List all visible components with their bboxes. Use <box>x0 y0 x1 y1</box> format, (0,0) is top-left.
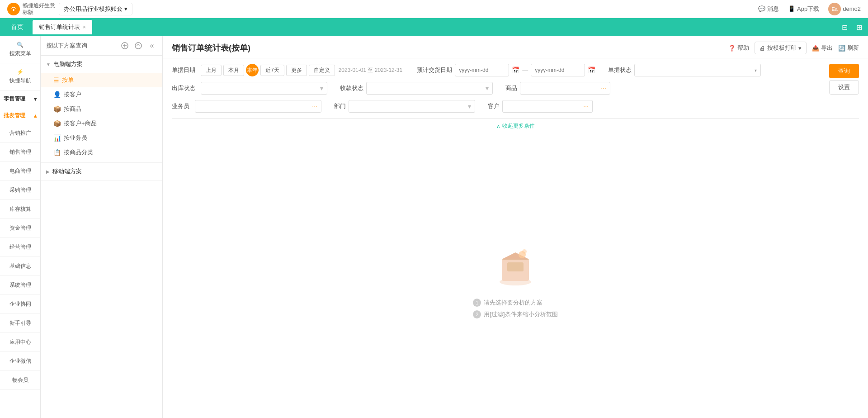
print-icon: 🖨 <box>760 45 765 52</box>
custom-btn[interactable]: 自定义 <box>309 65 335 76</box>
expected-delivery-label: 预计交货日期 <box>417 66 452 74</box>
main-layout: 🔍 搜索菜单 ⚡ 快捷导航 零售管理▾ 批发管理▴ 营销推广 销售管理 电商管理… <box>0 36 868 418</box>
goods-field[interactable]: ··· <box>520 82 610 95</box>
empty-tips: 1 请先选择要分析的方案 2 用[过滤]条件来缩小分析范围 <box>473 299 557 318</box>
sidebar-item-retail[interactable]: 零售管理▾ <box>0 90 40 107</box>
header-left: 畅捷通好生意 标版 办公用品行业模拟账套 ▾ <box>7 2 132 15</box>
right-main: 销售订单统计表(按单) ❓ 帮助 🖨 按模板打印 ▾ 📤 导出 <box>163 36 868 418</box>
sidebar-item-inventory[interactable]: 库存核算 <box>0 200 40 219</box>
scheme-by-customer-goods[interactable]: 📦 按客户+商品 <box>41 116 162 131</box>
help-btn[interactable]: ❓ 帮助 <box>728 44 749 52</box>
sidebar-item-marketing[interactable]: 营销推广 <box>0 124 40 143</box>
tab-home[interactable]: 首页 <box>4 18 31 36</box>
user-menu[interactable]: Ea demo2 <box>828 3 861 15</box>
help-icon: ❓ <box>728 45 736 52</box>
last-month-btn[interactable]: 上月 <box>201 65 222 76</box>
sidebar-item-operation[interactable]: 经营管理 <box>0 238 40 257</box>
delivery-date-from-input[interactable] <box>455 64 509 76</box>
collapse-panel-btn[interactable]: « <box>147 41 157 51</box>
scheme-by-customer[interactable]: 👤 按客户 <box>41 87 162 102</box>
date-range-text: 2023-01-01 至 2023-12-31 <box>339 66 402 74</box>
salesperson-field[interactable]: ··· <box>195 100 321 113</box>
delivery-date-to-input[interactable] <box>531 64 585 76</box>
bill-date-label: 单据日期 <box>172 66 195 74</box>
sidebar-item-basic[interactable]: 基础信息 <box>0 257 40 276</box>
date-separator: — <box>522 67 528 74</box>
template-print-btn[interactable]: 🖨 按模板打印 ▾ <box>755 42 807 54</box>
app-download-btn[interactable]: 📱 App下载 <box>788 5 819 13</box>
sidebar-item-ecommerce[interactable]: 电商管理 <box>0 162 40 181</box>
expected-delivery-to: 📅 <box>531 64 595 76</box>
sidebar-item-quicknav[interactable]: ⚡ 快捷导航 <box>0 63 40 90</box>
salesperson-more-icon[interactable]: ··· <box>312 103 317 110</box>
tab-bar-right: ⊟ ⊞ <box>839 22 864 33</box>
customer-icon: 👤 <box>53 91 61 98</box>
tab-bar: 首页 销售订单统计表 × ⊟ ⊞ <box>0 18 868 36</box>
svg-rect-10 <box>507 262 524 271</box>
export-btn[interactable]: 📤 导出 <box>812 44 833 52</box>
bill-status-dropdown[interactable]: ▾ <box>634 64 761 76</box>
logo-icon <box>7 3 20 15</box>
company-selector[interactable]: 办公用品行业模拟账套 ▾ <box>59 3 132 15</box>
goods-more-icon[interactable]: ··· <box>601 85 606 92</box>
sidebar-item-sales[interactable]: 销售管理 <box>0 143 40 162</box>
customer-more-icon[interactable]: ··· <box>583 103 589 110</box>
tab-close-icon[interactable]: × <box>83 24 86 30</box>
sidebar-item-appcenter[interactable]: 应用中心 <box>0 333 40 352</box>
scheme-by-goods[interactable]: 📦 按商品 <box>41 102 162 116</box>
page-header-actions: ❓ 帮助 🖨 按模板打印 ▾ 📤 导出 🔄 刷新 <box>728 42 859 54</box>
order-icon: ☰ <box>53 76 59 84</box>
edit-scheme-btn[interactable] <box>133 41 143 51</box>
customer-field[interactable]: ··· <box>502 100 593 113</box>
avatar: Ea <box>828 3 841 15</box>
calendar-to-icon[interactable]: 📅 <box>588 66 595 74</box>
quicknav-icon: ⚡ <box>17 69 24 75</box>
add-scheme-btn[interactable] <box>120 41 130 51</box>
scheme-by-order[interactable]: ☰ 按单 <box>41 73 162 87</box>
sidebar-item-member[interactable]: 畅会员 <box>0 371 40 390</box>
last7-btn[interactable]: 近7天 <box>260 65 284 76</box>
more-btn[interactable]: 更多 <box>286 65 307 76</box>
customer-label: 客户 <box>488 102 500 110</box>
payment-status-field[interactable]: ▾ <box>366 82 493 95</box>
query-btn[interactable]: 查询 <box>829 64 859 78</box>
mobile-section-header[interactable]: ▶ 移动端方案 <box>41 163 162 180</box>
filter-row-1: 单据日期 上月 本月 本年 近7天 更多 自定义 2023-01-01 至 20… <box>172 64 824 76</box>
settings-btn[interactable]: 设置 <box>829 80 859 95</box>
sidebar-item-system[interactable]: 系统管理 <box>0 276 40 295</box>
message-btn[interactable]: 💬 消息 <box>758 5 779 13</box>
bill-status-label: 单据状态 <box>608 66 632 74</box>
left-panel: 按以下方案查询 « ▼ 电脑端方案 <box>41 36 163 418</box>
salesperson-label: 业务员 <box>172 102 189 110</box>
pc-sub-items: ☰ 按单 👤 按客户 📦 按商品 📦 按客户+商品 <box>41 73 162 162</box>
sidebar-item-wechat[interactable]: 企业微信 <box>0 352 40 371</box>
sidebar-item-search[interactable]: 🔍 搜索菜单 <box>0 36 40 63</box>
category-icon: 📋 <box>53 149 61 156</box>
sidebar-item-finance[interactable]: 资金管理 <box>0 219 40 238</box>
tab-expand-btn[interactable]: ⊞ <box>854 22 864 33</box>
pc-section-header[interactable]: ▼ 电脑端方案 <box>41 56 162 73</box>
tab-minimize-btn[interactable]: ⊟ <box>839 22 850 33</box>
ship-status-field[interactable]: ▾ <box>201 82 327 95</box>
sidebar-item-wholesale[interactable]: 批发管理▴ <box>0 107 40 124</box>
scheme-by-category[interactable]: 📋 按商品分类 <box>41 145 162 160</box>
this-month-btn[interactable]: 本月 <box>223 65 244 76</box>
logo-text: 畅捷通好生意 标版 <box>23 2 55 15</box>
svg-point-1 <box>13 9 14 11</box>
logo-area: 畅捷通好生意 标版 <box>7 2 55 15</box>
left-panel-title: 按以下方案查询 <box>46 42 87 50</box>
tab-active[interactable]: 销售订单统计表 × <box>33 20 92 34</box>
calendar-from-icon[interactable]: 📅 <box>512 66 519 74</box>
scheme-by-salesperson[interactable]: 📊 按业务员 <box>41 131 162 145</box>
collapse-bar[interactable]: ∧ 收起更多条件 <box>172 118 859 133</box>
department-field[interactable]: ▾ <box>349 100 475 113</box>
sidebar-item-enterprise[interactable]: 企业协同 <box>0 295 40 314</box>
sidebar-item-newbie[interactable]: 新手引导 <box>0 314 40 333</box>
refresh-btn[interactable]: 🔄 刷新 <box>838 44 859 52</box>
ship-status-arrow-icon: ▾ <box>320 85 323 92</box>
salesperson-icon: 📊 <box>53 134 61 142</box>
goods-icon: 📦 <box>53 105 61 113</box>
this-year-btn[interactable]: 本年 <box>246 64 259 76</box>
department-arrow-icon: ▾ <box>468 103 471 110</box>
sidebar-item-purchase[interactable]: 采购管理 <box>0 181 40 200</box>
